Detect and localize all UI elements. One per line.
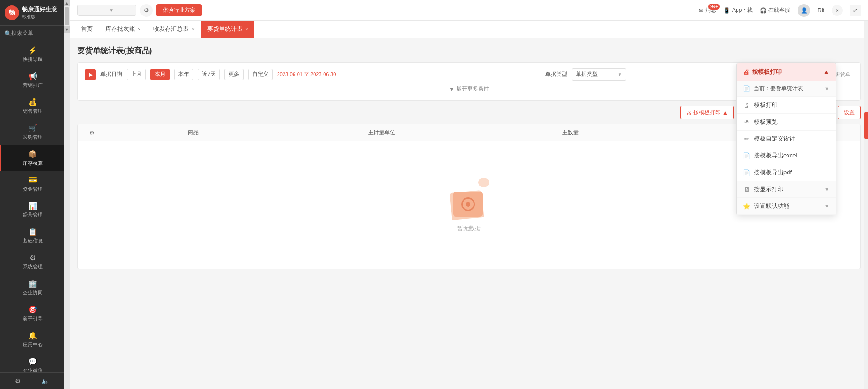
message-icon: ✉ bbox=[699, 7, 703, 14]
sidebar-item-apps[interactable]: 🔔 应用中心 bbox=[0, 327, 64, 353]
tab-home-label: 首页 bbox=[81, 25, 93, 33]
default-func-icon: ⭐ bbox=[743, 203, 750, 210]
dropdown-display-print[interactable]: 🖥 按显示打印 ▼ bbox=[737, 181, 836, 198]
scroll-thumb[interactable] bbox=[65, 7, 69, 25]
order-type-select[interactable]: 单据类型 ▼ bbox=[572, 68, 626, 81]
print-dropdown-menu: 🖨 按模板打印 ▲ 📄 当前：要货单统计表 ▼ 🖨 模板打印 👁 模板预览 bbox=[736, 63, 836, 215]
current-template-arrow: ▼ bbox=[824, 86, 829, 91]
print-template-btn[interactable]: 🖨 按模板打印 ▲ bbox=[680, 106, 734, 119]
table-col-unit: 主计量单位 bbox=[287, 129, 476, 136]
template-icon: 📄 bbox=[743, 85, 750, 92]
user-avatar[interactable]: 👤 bbox=[798, 4, 810, 17]
app-download-btn[interactable]: 📱 App下载 bbox=[723, 6, 753, 14]
date-filter-label: 单据日期 bbox=[100, 71, 122, 78]
inventory-icon: 📦 bbox=[28, 150, 37, 158]
sidebar-item-guide[interactable]: 🎯 新手引导 bbox=[0, 301, 64, 327]
tab-order-stats-close[interactable]: × bbox=[245, 26, 248, 32]
date-btn-more[interactable]: 更多 bbox=[224, 69, 244, 80]
sales-icon: 💰 bbox=[28, 98, 37, 106]
sidebar-item-operation[interactable]: 📊 经营管理 bbox=[0, 197, 64, 223]
display-print-arrow: ▼ bbox=[824, 187, 829, 192]
sidebar-logo: 畅 畅康通好生意 标准版 bbox=[0, 0, 64, 26]
quick-nav-icon: ⚡ bbox=[28, 46, 37, 55]
trial-btn[interactable]: 体验行业方案 bbox=[156, 4, 202, 16]
sidebar-item-sales[interactable]: 💰 销售管理 bbox=[0, 93, 64, 119]
export-excel-icon: 📄 bbox=[743, 152, 750, 159]
tab-receivables-summary[interactable]: 收发存汇总表 × bbox=[147, 21, 200, 38]
tab-inventory-batch[interactable]: 库存批次账 × bbox=[99, 21, 147, 38]
settings-btn[interactable]: 设置 bbox=[838, 106, 861, 119]
date-btn-7days[interactable]: 近7天 bbox=[198, 69, 220, 80]
sidebar-item-basic[interactable]: 📋 基础信息 bbox=[0, 223, 64, 249]
template-preview-icon: 👁 bbox=[743, 119, 750, 126]
filter-expand-btn[interactable]: ▶ bbox=[85, 69, 96, 80]
scroll-down-btn[interactable]: ▼ bbox=[64, 26, 70, 33]
export-pdf-icon: 📄 bbox=[743, 169, 750, 176]
display-print-icon: 🖥 bbox=[743, 186, 750, 193]
tab-order-stats-label: 要货单统计表 bbox=[207, 25, 243, 33]
print-header-icon: 🖨 bbox=[743, 68, 749, 76]
wechat-icon: 💬 bbox=[28, 357, 37, 366]
scroll-up-btn[interactable]: ▲ bbox=[64, 0, 70, 6]
print-arrow-up: ▲ bbox=[723, 110, 728, 116]
audio-footer-btn[interactable]: 🔈 bbox=[41, 377, 49, 384]
dropdown-item-export-excel[interactable]: 📄 按模板导出excel bbox=[737, 147, 836, 164]
default-func-arrow: ▼ bbox=[824, 203, 829, 209]
window-close-btn[interactable]: × bbox=[832, 5, 843, 16]
header-search-box[interactable]: ▼ bbox=[77, 5, 136, 16]
dropdown-item-template-design[interactable]: ✏ 模板自定义设计 bbox=[737, 131, 836, 147]
sidebar-nav: ⚡ 快捷导航 📢 营销推广 💰 销售管理 🛒 采购管理 📦 库存核算 💳 资金管… bbox=[0, 41, 64, 372]
dropdown-item-template-print[interactable]: 🖨 模板打印 bbox=[737, 97, 836, 114]
sidebar-scrollbar[interactable]: ▲ ▼ bbox=[64, 0, 70, 389]
online-service-btn[interactable]: 🎧 在线客服 bbox=[760, 6, 790, 14]
tab-order-stats[interactable]: 要货单统计表 × bbox=[201, 21, 254, 38]
sidebar-item-enterprise[interactable]: 🏢 企业协同 bbox=[0, 275, 64, 301]
settings-footer-btn[interactable]: ⚙ bbox=[15, 377, 21, 384]
sidebar: 畅 畅康通好生意 标准版 🔍 搜索菜单 ⚡ 快捷导航 📢 营销推广 💰 销售管理… bbox=[0, 0, 64, 389]
tab-inventory-batch-close[interactable]: × bbox=[138, 26, 140, 32]
tab-receivables-close[interactable]: × bbox=[191, 26, 194, 32]
message-btn[interactable]: ✉ 消息 99+ bbox=[699, 6, 716, 14]
username-text: Rit bbox=[818, 7, 824, 14]
sidebar-item-quick-nav[interactable]: ⚡ 快捷导航 bbox=[0, 41, 64, 67]
header-gear-btn[interactable]: ⚙ bbox=[140, 4, 153, 17]
purchase-icon: 🛒 bbox=[28, 124, 37, 132]
sidebar-item-purchase[interactable]: 🛒 采购管理 bbox=[0, 119, 64, 145]
dropdown-item-export-pdf[interactable]: 📄 按模板导出pdf bbox=[737, 164, 836, 181]
order-type-arrow: ▼ bbox=[618, 72, 622, 77]
right-scroll-thumb[interactable] bbox=[864, 112, 868, 139]
window-expand-btn[interactable]: ⤢ bbox=[850, 5, 861, 16]
sidebar-item-wechat[interactable]: 💬 企业微信 bbox=[0, 353, 64, 372]
order-type-label: 单据类型 bbox=[545, 71, 567, 78]
logo-text: 畅康通好生意 标准版 bbox=[22, 5, 57, 20]
operation-icon: 📊 bbox=[28, 202, 37, 210]
expand-down-icon: ▼ bbox=[449, 86, 454, 92]
expand-filter-btn[interactable]: ▼ 展开更多条件 bbox=[444, 83, 494, 95]
tab-receivables-summary-label: 收发存汇总表 bbox=[153, 25, 189, 33]
main-content: ▼ ⚙ 体验行业方案 ✉ 消息 99+ 📱 App下载 🎧 在线客服 👤 Rit… bbox=[70, 0, 868, 389]
date-btn-this-month[interactable]: 本月 bbox=[150, 69, 170, 80]
table-settings-col[interactable]: ⚙ bbox=[85, 130, 99, 136]
page-content: 要货单统计表(按商品) ▶ 单据日期 上月 本月 本年 近7天 更多 自定义 2… bbox=[70, 38, 868, 389]
date-btn-custom[interactable]: 自定义 bbox=[248, 69, 273, 80]
download-icon: 📱 bbox=[723, 7, 730, 14]
page-title: 要货单统计表(按商品) bbox=[77, 45, 861, 56]
search-dropdown-arrow[interactable]: ▼ bbox=[109, 8, 114, 13]
sidebar-item-inventory[interactable]: 📦 库存核算 bbox=[0, 145, 64, 171]
table-col-product: 商品 bbox=[99, 129, 287, 136]
sidebar-search[interactable]: 🔍 搜索菜单 bbox=[0, 26, 64, 41]
sidebar-item-finance[interactable]: 💳 资金管理 bbox=[0, 171, 64, 197]
dropdown-close-btn[interactable]: ▲ bbox=[823, 68, 829, 76]
date-btn-last-month[interactable]: 上月 bbox=[127, 69, 146, 80]
right-scrollbar[interactable] bbox=[864, 21, 868, 389]
sidebar-item-marketing[interactable]: 📢 营销推广 bbox=[0, 67, 64, 93]
date-btn-this-year[interactable]: 本年 bbox=[174, 69, 193, 80]
dropdown-item-template-preview[interactable]: 👁 模板预览 bbox=[737, 114, 836, 131]
tabs-bar: 首页 库存批次账 × 收发存汇总表 × 要货单统计表 × bbox=[70, 21, 868, 38]
dropdown-default-func[interactable]: ⭐ 设置默认功能 ▼ bbox=[737, 198, 836, 215]
system-icon: ⚙ bbox=[30, 253, 36, 262]
dropdown-current-template[interactable]: 📄 当前：要货单统计表 ▼ bbox=[737, 81, 836, 97]
tab-home[interactable]: 首页 bbox=[75, 21, 99, 38]
enterprise-icon: 🏢 bbox=[28, 279, 37, 288]
sidebar-item-system[interactable]: ⚙ 系统管理 bbox=[0, 249, 64, 275]
